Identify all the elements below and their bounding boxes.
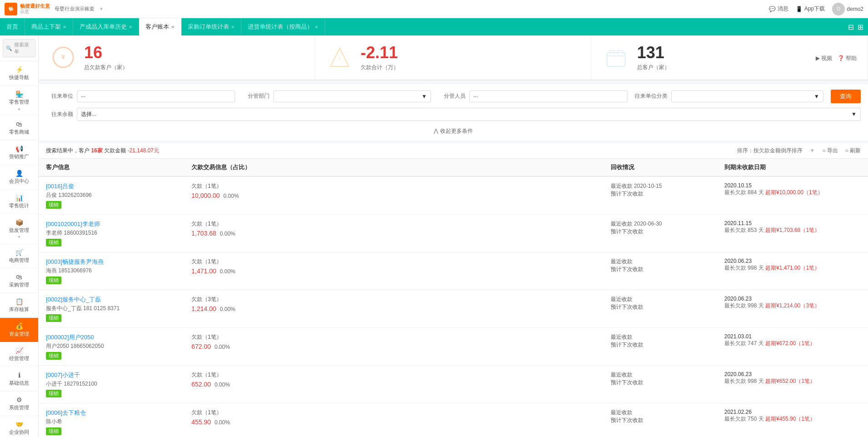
customer-name-link[interactable]: [0001020001]李老师 bbox=[46, 221, 100, 227]
due-date: 2021.03.01 bbox=[724, 333, 861, 340]
result-prefix: 搜索结果中，客户 bbox=[46, 147, 90, 154]
overdue-link[interactable]: 超期¥1,471.00（1笔） bbox=[765, 265, 820, 271]
debt-info-cell: 欠款（1笔） 10,000.00 0.00% bbox=[191, 182, 611, 199]
sort-label[interactable]: 排序：按欠款金额倒序排序 bbox=[737, 147, 803, 155]
recovery-cell: 最近收款 预计下次收款 bbox=[611, 296, 724, 311]
sidebar-item-retail-mall[interactable]: 🛍 零售商城 bbox=[0, 116, 38, 141]
tab-close-icon[interactable]: ✕ bbox=[231, 25, 235, 30]
tab-minimize-icon[interactable]: ⊟ bbox=[848, 23, 854, 31]
tab-expand-icon[interactable]: ⊞ bbox=[858, 23, 863, 31]
customer-info-cell: [0016]吕俊 吕俊 13026203696 现销 bbox=[46, 182, 191, 209]
customer-name-link[interactable]: [0003]畅捷服务尹海燕 bbox=[46, 258, 104, 265]
sidebar-item-marketing[interactable]: 📢 营销推广 bbox=[0, 141, 38, 165]
app-download-btn[interactable]: 📱 App下载 bbox=[796, 5, 825, 13]
customer-name-link[interactable]: [0002]服务中心_丁磊 bbox=[46, 296, 101, 303]
collapse-btn[interactable]: ⋀ 收起更多条件 bbox=[46, 126, 861, 137]
overdue-link[interactable]: 超期¥1,703.68（1笔） bbox=[765, 227, 820, 233]
unit-category-select[interactable]: ▼ bbox=[671, 90, 824, 102]
video-label: 视频 bbox=[821, 55, 832, 62]
user-btn[interactable]: D demo2 bbox=[832, 3, 863, 15]
sidebar-item-ecommerce[interactable]: 🛒 电商管理 bbox=[0, 244, 38, 269]
overdue-link[interactable]: 超期¥10,000.00（1笔） bbox=[765, 189, 823, 196]
sidebar-item-ops-mgmt[interactable]: 📈 经营管理 bbox=[0, 342, 38, 367]
overdue-cell: 2020.11.15 最长欠款 853 天 超期¥1,703.68（1笔） bbox=[724, 220, 861, 234]
search-button[interactable]: 查询 bbox=[831, 90, 861, 103]
customer-tag: 现销 bbox=[46, 390, 61, 397]
sidebar-item-basic-info[interactable]: ℹ 基础信息 bbox=[0, 367, 38, 392]
tab-customer-account[interactable]: 客户账本 ✕ bbox=[139, 18, 181, 35]
customer-name-link[interactable]: [000002]用户2050 bbox=[46, 334, 94, 341]
sidebar-item-members[interactable]: 👤 会员中心 bbox=[0, 165, 38, 190]
system-icon: ⚙ bbox=[16, 396, 22, 403]
search-btn[interactable]: 🔍 搜索菜单 bbox=[3, 39, 35, 57]
sidebar-item-retail-stats[interactable]: 📊 零售统计 bbox=[0, 190, 38, 214]
export-btn[interactable]: ○ 导出 bbox=[823, 147, 838, 155]
table-row: [000002]用户2050 用户2050 18665062050 现销 欠款（… bbox=[39, 328, 868, 366]
tab-home[interactable]: 首页 bbox=[0, 18, 25, 35]
overdue-days: 最长欠款 998 天 bbox=[724, 378, 765, 384]
next-collection: 预计下次收款 bbox=[611, 341, 724, 349]
help-btn[interactable]: ❓ 帮助 bbox=[838, 55, 857, 62]
help-label: 帮助 bbox=[846, 55, 857, 62]
tab-close-icon[interactable]: ✕ bbox=[171, 25, 175, 30]
header-recovery: 回收情况 bbox=[611, 163, 724, 171]
tab-products-off[interactable]: 商品上下架 ✕ bbox=[25, 18, 73, 35]
dept-select[interactable]: ▼ bbox=[273, 90, 431, 102]
export-label: 导出 bbox=[827, 147, 838, 155]
sidebar-item-inventory[interactable]: 📋 库存核算 bbox=[0, 293, 38, 318]
main-layout: 🔍 搜索菜单 ⚡ 快捷导航 🏪 零售管理 ▲ 🛍 零售商城 📢 营销推广 👤 会… bbox=[0, 35, 868, 437]
refresh-btn[interactable]: ○ 刷新 bbox=[845, 147, 861, 155]
message-btn[interactable]: 💬 消息 bbox=[769, 5, 788, 13]
overdue-link[interactable]: 超期¥1,214.00（3笔） bbox=[765, 302, 820, 309]
app-logo: 畅 畅捷通好生意 示意 母婴行业演示账套 ▼ bbox=[5, 3, 104, 15]
video-btn[interactable]: ▶ 视频 bbox=[816, 55, 832, 62]
tab-close-icon[interactable]: ✕ bbox=[315, 25, 318, 30]
sidebar-item-purchase[interactable]: 🛍 采购管理 bbox=[0, 269, 38, 293]
debt-amount: 1,214.00 bbox=[191, 305, 216, 312]
sidebar-item-finance[interactable]: 💰 资金管理 bbox=[0, 318, 38, 342]
stat-card-debt-customers: ¥ 16 总欠款客户（家） bbox=[39, 35, 315, 80]
tab-purchase-order[interactable]: 采购订单统计表 ✕ bbox=[181, 18, 241, 35]
stat-body-debt-customers: 16 总欠款客户（家） bbox=[84, 44, 128, 71]
sidebar-item-batch-mgmt[interactable]: 📦 批发管理 ▼ bbox=[0, 214, 38, 244]
sidebar-item-system[interactable]: ⚙ 系统管理 bbox=[0, 392, 38, 416]
due-date: 2020.11.15 bbox=[724, 220, 861, 226]
debt-pct: 0.00% bbox=[215, 344, 230, 350]
overdue-days: 最长欠款 853 天 bbox=[724, 227, 765, 233]
sidebar-item-label: 采购管理 bbox=[9, 281, 29, 288]
table-header: 客户信息 欠款交易信息（占比） 回收情况 到期未收款日期 bbox=[39, 159, 868, 177]
filter-dept: 分管部门 ▼ bbox=[242, 90, 431, 102]
customer-name-link[interactable]: [0006]去下粮仓 bbox=[46, 409, 86, 416]
customer-name-link[interactable]: [0016]吕俊 bbox=[46, 183, 74, 190]
balance-select[interactable]: 选择... ▼ bbox=[77, 108, 861, 121]
overdue-link[interactable]: 超期¥672.00（1笔） bbox=[765, 340, 815, 347]
sidebar-search: 🔍 搜索菜单 bbox=[0, 35, 38, 61]
next-collection: 预计下次收款 bbox=[611, 379, 724, 387]
sidebar-item-collab[interactable]: 🤝 企业协同 bbox=[0, 416, 38, 437]
debt-amount-icon: ! bbox=[326, 44, 353, 71]
customer-name-link[interactable]: [0007]小进千 bbox=[46, 372, 80, 378]
from-unit-label: 往来单位 bbox=[46, 92, 73, 100]
sidebar-item-retail-mgmt[interactable]: 🏪 零售管理 ▲ bbox=[0, 86, 38, 116]
sidebar-item-quick-nav[interactable]: ⚡ 快捷导航 bbox=[0, 61, 38, 86]
tab-close-icon[interactable]: ✕ bbox=[129, 25, 132, 30]
next-collection: 预计下次收款 bbox=[611, 266, 724, 273]
tab-production-history[interactable]: 产成品入库单历史 ✕ bbox=[73, 18, 139, 35]
ops-icon: 📈 bbox=[15, 347, 23, 354]
debt-label: 欠款（1笔） bbox=[191, 220, 611, 228]
from-unit-input[interactable]: ··· bbox=[77, 90, 235, 102]
data-table: 客户信息 欠款交易信息（占比） 回收情况 到期未收款日期 [0016]吕俊 吕俊… bbox=[39, 159, 868, 437]
app-header: 畅 畅捷通好生意 示意 母婴行业演示账套 ▼ 💬 消息 📱 App下载 D de… bbox=[0, 0, 868, 18]
overdue-link[interactable]: 超期¥652.00（1笔） bbox=[765, 378, 815, 384]
result-bar: 搜索结果中，客户 16家 欠款金额 -21,148.07元 排序：按欠款金额倒序… bbox=[39, 143, 868, 159]
debt-info-cell: 欠款（1笔） 1,471.00 0.00% bbox=[191, 258, 611, 275]
chevron-down-icon: ▼ bbox=[814, 93, 819, 100]
person-input[interactable]: ··· bbox=[469, 90, 627, 102]
chevron-down-icon[interactable]: ▼ bbox=[99, 6, 104, 11]
tab-incoming-stats[interactable]: 进货单统计表（按商品） ✕ bbox=[241, 18, 325, 35]
tab-close-icon[interactable]: ✕ bbox=[63, 25, 66, 30]
customer-tag: 现销 bbox=[46, 276, 61, 284]
content-area: ¥ 16 总欠款客户（家） ! -2.11 欠款合计（万） bbox=[39, 35, 868, 437]
customer-phone: 服务中心_丁磊 181 0125 8371 bbox=[46, 305, 191, 312]
overdue-link[interactable]: 超期¥455.90（1笔） bbox=[765, 416, 815, 422]
